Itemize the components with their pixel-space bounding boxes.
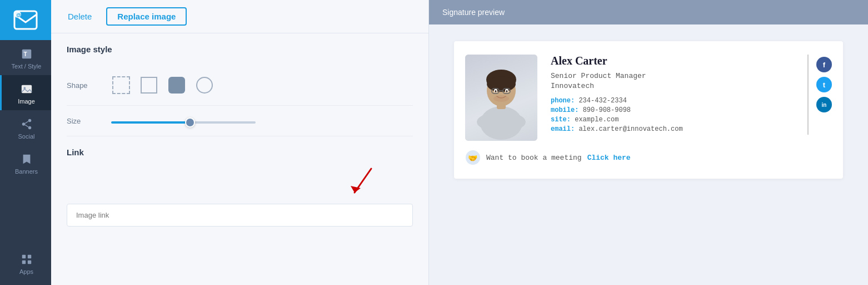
signature-company: Innovatech: [551, 82, 796, 90]
person-illustration: [468, 56, 535, 140]
email-label: email:: [551, 125, 575, 133]
svg-point-19: [477, 112, 526, 132]
sidebar-item-text-style-label: Text / Style: [12, 63, 42, 70]
signature-title: Senior Product Manager: [551, 71, 796, 82]
svg-point-26: [495, 90, 497, 92]
svg-line-11: [25, 125, 28, 127]
svg-point-7: [28, 119, 31, 122]
signature-body: Alex Carter Senior Product Manager Innov…: [465, 55, 832, 141]
link-title: Link: [67, 148, 413, 157]
text-style-icon: T: [21, 48, 33, 60]
meeting-icon: 🤝: [465, 150, 481, 165]
sidebar-logo: @: [0, 0, 51, 40]
social-facebook-button[interactable]: f: [816, 57, 832, 72]
logo-icon: @: [12, 7, 39, 33]
size-slider-container: [111, 116, 413, 126]
replace-image-button[interactable]: Replace image: [106, 7, 187, 26]
sidebar-item-image[interactable]: Image: [0, 75, 51, 110]
sidebar-item-banners-label: Banners: [15, 168, 38, 175]
signature-card: Alex Carter Senior Product Manager Innov…: [454, 41, 843, 179]
main-panel: Delete Replace image Image style Shape: [51, 0, 429, 285]
site-value-text: example.com: [575, 116, 618, 124]
cta-text: Want to book a meeting: [486, 154, 582, 162]
image-icon: [21, 83, 33, 95]
shape-rounded-icon: [168, 77, 185, 94]
signature-photo: [465, 55, 537, 141]
svg-text:T: T: [23, 51, 27, 57]
svg-rect-15: [27, 261, 31, 264]
shape-row: Shape: [67, 65, 413, 106]
mobile-label: mobile:: [551, 106, 578, 114]
site-row: site: example.com: [551, 116, 796, 124]
shape-rounded-option[interactable]: [167, 75, 187, 95]
delete-button[interactable]: Delete: [62, 8, 97, 24]
phone-value-text: 234-432-2334: [578, 97, 626, 105]
signature-name: Alex Carter: [551, 55, 796, 67]
shape-dashed-icon: [112, 76, 130, 94]
signature-social: f t in: [809, 55, 832, 112]
sidebar-item-apps-label: Apps: [19, 268, 33, 275]
svg-point-8: [22, 122, 25, 126]
svg-line-10: [25, 121, 28, 124]
social-twitter-button[interactable]: t: [816, 77, 832, 92]
phone-row: phone: 234-432-2334: [551, 97, 796, 105]
signature-photo-inner: [465, 55, 537, 141]
mobile-value-text: 890-908-9098: [583, 106, 631, 114]
preview-header-title: Signature preview: [442, 8, 505, 17]
size-slider[interactable]: [111, 121, 256, 124]
sidebar-item-apps[interactable]: Apps: [0, 245, 51, 281]
sidebar: @ T Text / Style Image Social Banne: [0, 0, 51, 285]
sidebar-item-social-label: Social: [18, 133, 35, 140]
apps-icon: [21, 253, 33, 266]
signature-footer: 🤝 Want to book a meeting Click here: [465, 150, 832, 165]
preview-content: Alex Carter Senior Product Manager Innov…: [429, 24, 868, 285]
site-label: site:: [551, 116, 571, 124]
svg-rect-14: [22, 261, 25, 264]
link-section: Link: [67, 148, 413, 227]
size-row: Size: [67, 106, 413, 136]
shape-square-option[interactable]: [139, 75, 159, 95]
sidebar-item-image-label: Image: [18, 98, 35, 105]
email-value-text: alex.carter@innovatech.com: [578, 125, 682, 133]
content-area: Image style Shape Size: [51, 33, 428, 285]
banners-icon: [21, 153, 33, 165]
arrow-down-icon: [335, 166, 380, 199]
cta-link[interactable]: Click here: [587, 154, 631, 162]
mobile-row: mobile: 890-908-9098: [551, 106, 796, 114]
svg-point-23: [487, 76, 516, 92]
svg-point-27: [506, 90, 508, 92]
signature-contact: phone: 234-432-2334 mobile: 890-908-9098…: [551, 97, 796, 133]
preview-header: Signature preview: [429, 0, 868, 24]
shape-options: [111, 75, 214, 95]
svg-point-31: [493, 95, 509, 102]
shape-circle-icon: [196, 77, 213, 94]
social-linkedin-button[interactable]: in: [816, 97, 832, 112]
social-icon: [21, 118, 33, 130]
email-row: email: alex.carter@innovatech.com: [551, 125, 796, 133]
size-label: Size: [67, 117, 111, 125]
svg-rect-12: [22, 255, 25, 258]
signature-info: Alex Carter Senior Product Manager Innov…: [548, 55, 809, 135]
arrow-indicator: [67, 166, 413, 199]
image-style-title: Image style: [67, 45, 413, 54]
toolbar: Delete Replace image: [51, 0, 428, 33]
shape-circle-option[interactable]: [194, 75, 214, 95]
phone-label: phone:: [551, 97, 575, 105]
svg-text:🤝: 🤝: [468, 154, 478, 163]
svg-text:@: @: [16, 12, 21, 18]
svg-rect-13: [27, 255, 31, 258]
shape-square-icon: [141, 77, 157, 94]
sidebar-item-text-style[interactable]: T Text / Style: [0, 40, 51, 75]
shape-dashed-option[interactable]: [111, 75, 131, 95]
preview-panel: Signature preview: [429, 0, 868, 285]
svg-rect-5: [21, 85, 31, 94]
image-link-input[interactable]: [67, 204, 413, 227]
sidebar-item-banners[interactable]: Banners: [0, 145, 51, 180]
svg-point-9: [28, 126, 31, 130]
shape-label: Shape: [67, 81, 111, 90]
sidebar-item-social[interactable]: Social: [0, 110, 51, 145]
